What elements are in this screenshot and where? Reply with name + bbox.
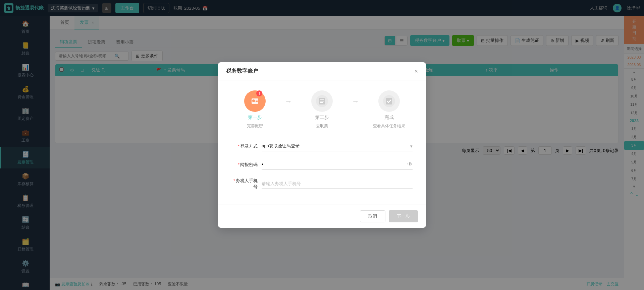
step1-error-badge: ! [256,90,262,96]
step-3: 完成 查看具体任务结果 [366,90,413,129]
phone-label: 办税人手机号 [231,178,262,190]
login-method-label: 登录方式 [231,143,262,149]
step-1: ! 第一步 完善账密 [231,90,278,129]
step3-desc: 查看具体任务结果 [373,123,405,129]
password-toggle-icon[interactable]: 👁 [407,161,413,167]
phone-input[interactable] [262,179,413,189]
modal-overlay[interactable]: 税务数字账户 × [0,0,644,290]
arrow-2-icon: → [352,97,359,106]
modal-footer: 取消 下一步 [218,205,426,228]
phone-row: 办税人手机号 [231,178,413,190]
password-row: 网报密码 👁 [231,159,413,170]
next-button[interactable]: 下一步 [389,210,418,222]
step2-icon [311,90,333,112]
password-label: 网报密码 [231,162,262,168]
step-2: 第二步 去取票 [299,90,345,129]
password-input[interactable] [262,161,407,167]
step3-icon [378,90,400,112]
modal-title: 税务数字账户 [226,68,258,75]
login-method-row: 登录方式 app获取验证码登录 ▾ [231,141,413,151]
login-method-select[interactable]: app获取验证码登录 ▾ [262,141,413,151]
step1-title: 第一步 [248,115,262,121]
svg-rect-12 [386,98,392,104]
cancel-button[interactable]: 取消 [360,210,385,222]
modal-form: 登录方式 app获取验证码登录 ▾ 网报密码 👁 办税人手机 [231,141,413,190]
arrow-2: → [345,90,366,106]
login-method-value: app获取验证码登录 [262,143,300,149]
step1-desc: 完善账密 [247,123,263,129]
tax-digital-modal: 税务数字账户 × [218,62,426,228]
step2-title: 第二步 [315,115,329,121]
step2-desc: 去取票 [316,123,328,129]
modal-header: 税务数字账户 × [218,62,426,80]
password-field-wrapper: 👁 [262,159,413,170]
modal-body: ! 第一步 完善账密 → [218,80,426,205]
arrow-1: → [278,90,299,106]
step1-icon-wrapper: ! [244,90,266,112]
arrow-1-icon: → [285,97,292,106]
svg-point-3 [252,99,255,102]
steps-container: ! 第一步 完善账密 → [231,90,413,129]
step3-title: 完成 [384,115,394,121]
select-arrow-icon: ▾ [410,144,413,149]
step1-icon [244,90,266,112]
modal-close-button[interactable]: × [414,68,418,74]
